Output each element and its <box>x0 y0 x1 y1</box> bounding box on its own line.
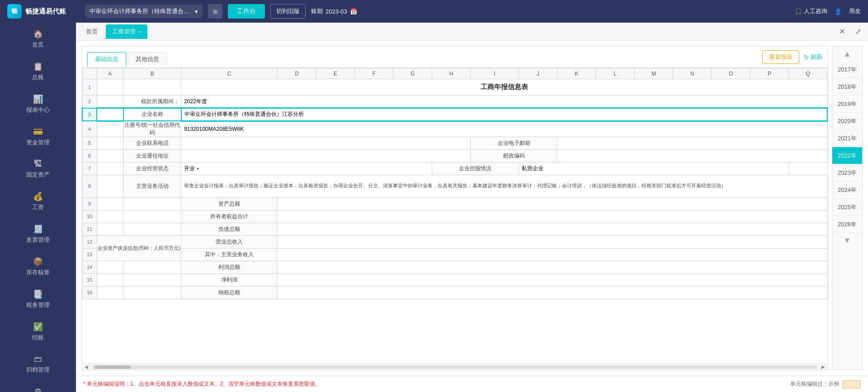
cell-6-addr[interactable] <box>181 149 471 162</box>
company-selector[interactable]: 中审众环会计师事务所（特殊普通合伙… ▾ <box>85 5 203 18</box>
scroll-thumb[interactable] <box>94 365 131 369</box>
horizontal-scrollbar[interactable]: ◀ ▶ <box>82 363 828 370</box>
cell-14-value[interactable] <box>278 261 827 273</box>
cell-6-label: 企业通信地址 <box>123 149 181 162</box>
tab-close-all-button[interactable]: ✕ <box>835 25 848 38</box>
calendar-icon[interactable]: 📅 <box>350 8 357 15</box>
cell-10-value[interactable] <box>278 210 827 223</box>
reset-button[interactable]: 重置报表 <box>762 50 799 64</box>
cell-11-label: 负债总额 <box>181 223 278 235</box>
sidebar-item-tax[interactable]: 📑 税务管理 <box>0 283 76 316</box>
sidebar-item-inventory[interactable]: 📦 库存核算 <box>0 250 76 283</box>
grid-container[interactable]: A B C D E F G H I J K L <box>82 68 828 363</box>
cell-6-postal-value[interactable] <box>557 149 827 162</box>
year-item-2022[interactable]: 2022年 <box>832 147 862 164</box>
tab-home[interactable]: 首页 <box>80 24 104 39</box>
old-version-button[interactable]: 切到旧版 <box>270 4 306 19</box>
cell-5-email-value[interactable] <box>557 137 827 149</box>
sub-tab-basic[interactable]: 基础信息 <box>87 52 126 67</box>
cell-3-value[interactable]: 中审众环会计师事务所（特殊普通合伙）江苏分所 <box>181 108 827 121</box>
app-name: 畅捷通易代账 <box>25 7 66 16</box>
cell-6-postal-label: 邮政编码 <box>471 149 557 162</box>
col-header-a: A <box>97 68 123 79</box>
period-label: 账期 <box>311 7 323 15</box>
edit-hint: * 单元格编辑说明：1、点击单元格直接录入数值或文本。2、清空单元格数值或文本恢… <box>83 380 321 388</box>
cell-13-value[interactable] <box>278 248 827 261</box>
sidebar-label-assets: 固定资产 <box>26 171 50 179</box>
table-row: 14 利润总额 <box>82 261 827 273</box>
cell-4-value[interactable]: 91320100MA208E5W6K <box>181 121 827 137</box>
year-item-2024[interactable]: 2024年 <box>832 182 862 199</box>
tab-industry[interactable]: 工商管理 × <box>106 24 147 39</box>
col-header-l: L <box>596 68 634 79</box>
table-row: 3 企业名称 中审众环会计师事务所（特殊普通合伙）江苏分所 <box>82 108 827 121</box>
table-row: 8 主营业务活动 审查企业会计报表；出具审计报告；验证企业资本；出具验资报告；办… <box>82 175 827 197</box>
table-row: 13 其中：主营业务收入 <box>82 248 827 261</box>
sidebar-item-settings[interactable]: ⚙ 设置 <box>0 380 76 392</box>
tab-expand-button[interactable]: ⤢ <box>852 25 864 38</box>
year-nav-up[interactable]: ▲ <box>832 47 862 61</box>
cell-1a <box>97 79 123 96</box>
sidebar-item-home[interactable]: 🏠 首页 <box>0 23 76 55</box>
cell-16-value[interactable] <box>278 286 827 299</box>
scroll-right-arrow[interactable]: ▶ <box>819 364 828 370</box>
cell-3a <box>97 108 123 121</box>
row-num-9: 9 <box>82 197 97 210</box>
year-item-2026[interactable]: 2026年 <box>832 216 862 233</box>
tab-close-button[interactable]: × <box>138 29 141 34</box>
table-row: 4 注册号/统一社会信用代码 91320100MA208E5W6K <box>82 121 827 137</box>
refresh-button[interactable]: ↻ 刷新 <box>804 53 822 61</box>
tax-icon: 📑 <box>33 289 43 299</box>
year-nav-down[interactable]: ▼ <box>832 233 862 248</box>
cell-12-value[interactable] <box>278 235 827 248</box>
company-dropdown-icon: ▾ <box>195 8 198 15</box>
sidebar-item-archive[interactable]: 🗃 归档管理 <box>0 348 76 380</box>
user-avatar[interactable]: 👤 <box>835 8 842 15</box>
row-num-8: 8 <box>82 175 97 197</box>
sidebar-item-checkout[interactable]: ✅ 结账 <box>0 316 76 348</box>
cell-10b <box>123 210 181 223</box>
year-item-2021[interactable]: 2021年 <box>832 130 862 147</box>
service-button[interactable]: 🎧 人工咨询 <box>795 7 827 15</box>
headset-icon: 🎧 <box>795 8 802 15</box>
cell-9-value[interactable] <box>278 197 827 210</box>
cell-7-holding-value[interactable]: 私营企业 <box>519 162 788 175</box>
sidebar-item-invoice[interactable]: 🧾 发票管理 <box>0 218 76 250</box>
cell-5-phone[interactable] <box>181 137 471 149</box>
col-header-h: H <box>432 68 470 79</box>
year-item-2018[interactable]: 2018年 <box>832 78 862 96</box>
table-row: 10 所有者权益合计 <box>82 210 827 223</box>
sub-tab-other[interactable]: 其他信息 <box>128 52 167 66</box>
cell-15-value[interactable] <box>278 273 827 286</box>
sidebar-item-ledger[interactable]: 📋 总账 <box>0 55 76 88</box>
copy-button[interactable]: ⊞ <box>208 4 222 19</box>
year-item-2019[interactable]: 2019年 <box>832 96 862 113</box>
sidebar-item-report[interactable]: 📊 报表中心 <box>0 88 76 120</box>
cell-8a <box>97 175 123 197</box>
reg-code-cell: 91320100MA208E5W6K <box>181 125 827 133</box>
sidebar-label-tax: 税务管理 <box>26 301 50 309</box>
cell-10-label: 所有者权益合计 <box>181 210 278 223</box>
year-item-2025[interactable]: 2025年 <box>832 199 862 216</box>
sidebar-item-finance[interactable]: 💳 资金管理 <box>0 120 76 153</box>
sidebar-item-salary[interactable]: 💰 工资 <box>0 185 76 218</box>
cell-11-value[interactable] <box>278 223 827 235</box>
sidebar-item-assets[interactable]: 🏗 固定资产 <box>0 153 76 185</box>
col-header-g: G <box>393 68 432 79</box>
year-item-2017[interactable]: 2017年 <box>832 61 862 78</box>
cell-2-value[interactable]: 2022年度 <box>181 96 827 108</box>
cell-1-title[interactable]: 工商年报信息表 <box>181 79 827 96</box>
scroll-track[interactable] <box>93 365 817 369</box>
col-header-c: C <box>181 68 278 79</box>
logo-area: 畅 畅捷通易代账 <box>7 4 80 19</box>
table-row: 7 企业经营状态 开业 ▾ 企业控股情况 <box>82 162 827 175</box>
year-item-2023[interactable]: 2023年 <box>832 164 862 182</box>
row-num-3: 3 <box>82 108 97 121</box>
cell-7-status[interactable]: 开业 ▾ <box>181 162 432 175</box>
invoice-icon: 🧾 <box>33 224 43 234</box>
workbench-button[interactable]: 工作台 <box>228 4 265 19</box>
scroll-left-arrow[interactable]: ◀ <box>82 364 91 370</box>
cell-8-value[interactable]: 审查企业会计报表；出具审计报告；验证企业资本；出具验资报告；办理企业合开、分立、… <box>181 175 827 197</box>
year-item-2020[interactable]: 2020年 <box>832 113 862 130</box>
cell-5a <box>97 137 123 149</box>
